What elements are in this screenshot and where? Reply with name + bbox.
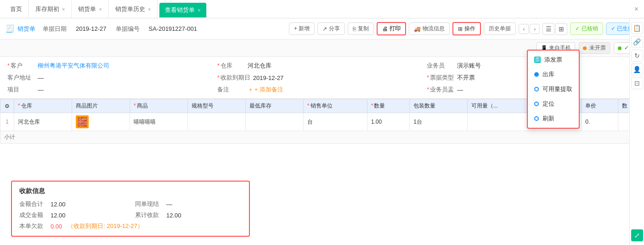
operation-button[interactable]: ⊞ 操作 <box>452 22 481 35</box>
add-button[interactable]: + 新增 <box>289 23 315 35</box>
transaction-amount-label: 成交金额 <box>19 211 47 219</box>
tab-home[interactable]: 首页 <box>4 0 29 18</box>
add-invoice-menu-item[interactable]: 票 添发票 <box>528 52 579 67</box>
right-sidebar: 📋 🔗 ↻ 👤 ⊡ ⤢ <box>629 18 644 245</box>
orange-dot-icon <box>583 46 587 50</box>
history-button[interactable]: 历史单据 <box>484 23 516 35</box>
logistics-button[interactable]: 🚚 物流信息 <box>409 23 450 35</box>
doc-title-icon: 🧾 <box>6 24 15 33</box>
total-amount-value: 12.00 <box>51 201 66 208</box>
staff-label: 业务员 <box>427 62 454 70</box>
customer-value[interactable]: 柳州粤港平安气体有限公司 <box>38 62 109 70</box>
col-pack-qty: 包装数量 <box>410 99 468 113</box>
window-close-button[interactable]: × <box>634 5 638 13</box>
tab-inventory-init[interactable]: 库存期初 × <box>29 0 72 18</box>
customer-label: 客户 <box>7 62 35 70</box>
add-invoice-icon: 票 <box>534 57 541 63</box>
tab-view-sales[interactable]: 查看销货单 × <box>159 3 206 17</box>
note-row: 备注 ＋ + 添加备注 <box>217 85 427 94</box>
tab-inventory-init-close[interactable]: × <box>62 6 65 12</box>
cumulative-payment-value: 12.00 <box>166 212 181 219</box>
row-num: 1 <box>0 113 14 131</box>
row-unit-price: 0. <box>582 113 618 131</box>
sales-staff-value: — <box>457 86 463 93</box>
nav-arrows: ‹ › <box>519 24 540 34</box>
transaction-amount-row: 成交金额 12.00 <box>19 211 126 219</box>
copy-button[interactable]: ⎘ 复制 <box>348 23 374 35</box>
expand-button[interactable]: ⤢ <box>631 229 643 241</box>
tab-sales-history-close[interactable]: × <box>148 6 151 12</box>
refresh-icon <box>534 116 539 121</box>
current-due-label: 本单欠款 <box>19 222 47 230</box>
payment-date-label: 收款到期日 <box>217 74 250 82</box>
next-button[interactable]: › <box>530 24 540 34</box>
col-min-stock: 最低库存 <box>245 99 303 113</box>
sidebar-icon-5[interactable]: ⊡ <box>631 77 643 89</box>
col-sales-unit: 销售单位 <box>303 99 367 113</box>
payment-date-row: 收款到期日 2019-12-27 <box>217 74 427 82</box>
date-label: 单据日期 <box>43 25 67 33</box>
plus-icon: ＋ <box>248 85 254 94</box>
print-icon: 🖨 <box>382 26 388 32</box>
payment-info-grid: 金额合计 12.00 同单现结 — 成交金额 12.00 累计收款 12.00 <box>19 200 242 230</box>
share-button[interactable]: ↗ 分享 <box>317 23 345 35</box>
tab-view-sales-close[interactable]: × <box>198 7 200 13</box>
outbound-menu-item[interactable]: 出库 <box>528 67 579 82</box>
row-sales-unit: 台 <box>303 113 367 131</box>
check-icon: ✓ <box>575 25 580 32</box>
row-pack-qty: 1台 <box>410 113 468 131</box>
refresh-menu-item[interactable]: 刷新 <box>528 111 579 126</box>
subtotal-row: 小计 <box>0 131 644 144</box>
not-open-ticket-button[interactable]: 未开票 <box>579 42 610 54</box>
operation-dropdown: 票 添发票 出库 可用量提取 定位 刷新 <box>527 50 580 129</box>
warehouse-value: 河北仓库 <box>248 62 271 70</box>
row-warehouse: 河北仓库 <box>14 113 72 131</box>
sidebar-icon-4[interactable]: 👤 <box>631 63 643 75</box>
project-label: 项目 <box>7 85 35 94</box>
col-product: 商品 <box>130 99 187 113</box>
sidebar-icon-2[interactable]: 🔗 <box>631 36 643 48</box>
tab-sales-history[interactable]: 销货单历史 × <box>109 0 158 18</box>
num-label: 单据编号 <box>116 25 140 33</box>
warehouse-label: 仓库 <box>217 62 245 70</box>
add-note-button[interactable]: ＋ + 添加备注 <box>248 85 283 94</box>
current-due-value: 0.00 <box>51 223 62 230</box>
operation-icon: ⊞ <box>458 26 463 32</box>
view-toggle: ☰ ⊞ <box>542 23 567 35</box>
same-order-row: 同单现结 — <box>135 200 242 208</box>
tab-sales-order[interactable]: 销货单 × <box>72 0 108 18</box>
locate-menu-item[interactable]: 定位 <box>528 97 579 111</box>
date-value: 2019-12-27 <box>76 25 107 32</box>
row-min-stock <box>245 113 303 131</box>
list-view-button[interactable]: ☰ <box>542 23 554 35</box>
staff-value: 演示账号 <box>457 62 481 70</box>
prev-button[interactable]: ‹ <box>519 24 529 34</box>
toolbar: + 新增 ↗ 分享 ⎘ 复制 🖨 打印 🚚 物流信息 <box>289 22 638 35</box>
product-image-icon: 🧱 <box>77 117 87 127</box>
total-amount-label: 金额合计 <box>19 200 47 208</box>
current-due-row: 本单欠款 0.00 （收款到期日: 2019-12-27） <box>19 222 242 230</box>
tab-sales-order-close[interactable]: × <box>99 6 102 12</box>
sidebar-icon-3[interactable]: ↻ <box>631 50 643 62</box>
address-label: 客户地址 <box>7 74 35 82</box>
row-quantity: 1.00 <box>367 113 409 131</box>
row-available <box>468 113 534 131</box>
product-image: 🧱 <box>76 115 89 128</box>
sold-status-button[interactable]: ✓ 已核销 <box>570 23 603 35</box>
address-row: 客户地址 — <box>7 74 217 82</box>
transaction-amount-value: 12.00 <box>51 212 66 219</box>
col-settings[interactable]: ⚙ <box>0 99 14 113</box>
available-qty-menu-item[interactable]: 可用量提取 <box>528 82 579 97</box>
cumulative-payment-row: 累计收款 12.00 <box>135 211 242 219</box>
ticket-type-value: 不开票 <box>457 74 475 82</box>
check-icon2: ✓ <box>611 25 616 32</box>
payment-date-value: 2019-12-27 <box>253 74 284 81</box>
main-content: 🧾 销货单 单据日期 2019-12-27 单据编号 SA-20191227-0… <box>0 18 644 245</box>
print-button[interactable]: 🖨 打印 <box>377 22 406 35</box>
warehouse-row: 仓库 河北仓库 <box>217 62 427 70</box>
payment-info-title: 收款信息 <box>19 187 242 195</box>
grid-view-button[interactable]: ⊞ <box>555 23 567 35</box>
outbound-icon <box>534 72 539 77</box>
share-icon: ↗ <box>322 26 327 32</box>
sidebar-icon-1[interactable]: 📋 <box>631 22 643 34</box>
